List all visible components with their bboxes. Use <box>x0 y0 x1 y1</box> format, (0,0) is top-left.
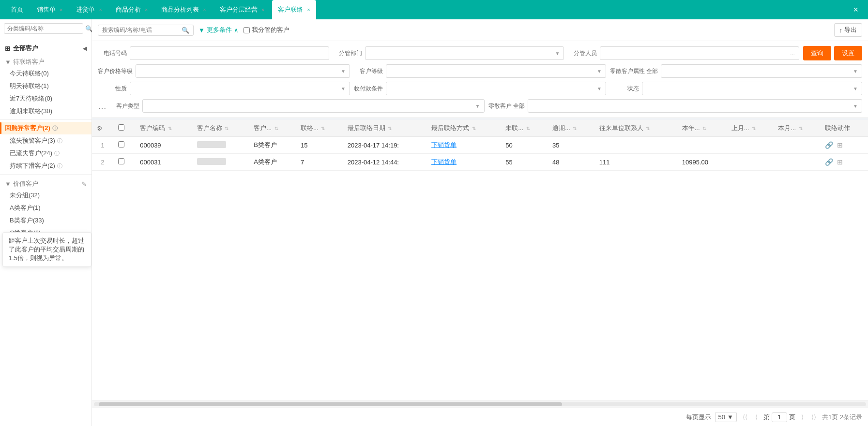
sidebar-item-overdue[interactable]: 逾期未联络(30) <box>0 105 91 118</box>
close-sales-icon[interactable]: × <box>60 0 62 19</box>
filter-buttons: 查询 设置 <box>803 46 862 60</box>
more-filter-btn[interactable]: … <box>98 102 107 110</box>
scroll-thumb[interactable] <box>99 402 562 406</box>
left-sidebar: 🔍 ⊞ 全部客户 ◀ ▼ 待联络客户 今天待联络(0) <box>0 19 92 426</box>
top-nav: 首页 销售单 × 进货单 × 商品分析 × 商品分析列表 × 客户分层经营 × … <box>0 0 868 19</box>
info-icon: ⓘ <box>52 125 58 132</box>
close-contact-icon[interactable]: × <box>307 0 310 19</box>
method-link-1[interactable]: 下销货单 <box>431 141 457 148</box>
sidebar-item-class-a[interactable]: A类客户(1) <box>0 202 91 214</box>
pagination: 每页显示 50 ▼ ⟨⟨ ⟨ 第 页 ⟩ ⟩⟩ 共1页 2条记录 <box>92 408 868 426</box>
prev-page-btn[interactable]: ⟨ <box>753 412 760 422</box>
filter-retail-customer: 零散客户 全部 ▼ <box>488 99 863 113</box>
retail-attr-select[interactable]: ▼ <box>661 64 862 78</box>
nav-purchase[interactable]: 进货单 × <box>70 0 107 19</box>
col-no-contact[interactable]: 未联... ⇅ <box>501 120 548 137</box>
nav-home[interactable]: 首页 <box>5 0 29 19</box>
nav-customer-contact[interactable]: 客户联络 × <box>272 0 316 19</box>
method-link-2[interactable]: 下销货单 <box>431 158 457 165</box>
sidebar-item-today[interactable]: 今天待联络(0) <box>0 67 91 80</box>
sidebar-item-lost[interactable]: 已流失客户(24) ⓘ <box>0 147 91 160</box>
main-search-input[interactable] <box>102 27 180 33</box>
col-this-month[interactable]: 本月... ⇅ <box>773 120 820 137</box>
first-page-btn[interactable]: ⟨⟨ <box>741 412 749 422</box>
action-icon-link-2[interactable]: 🔗 <box>825 158 833 166</box>
col-last-method[interactable]: 最后联络方式 ⇅ <box>426 120 501 137</box>
filter-row-2: 客户价格等级 ▼ 客户等级 ▼ 零散客户属性 全部 <box>98 64 862 78</box>
all-customers-header[interactable]: ⊞ 全部客户 ◀ <box>0 42 91 55</box>
customer-grade-select[interactable]: ▼ <box>386 64 606 78</box>
sidebar-item-lost-warning[interactable]: 流失预警客户(3) ⓘ <box>0 134 91 147</box>
col-overdue[interactable]: 逾期... ⇅ <box>548 120 594 137</box>
sidebar-search-area: 🔍 <box>0 19 91 38</box>
customer-type-label: 客户类型 <box>110 102 139 110</box>
nav-product-list[interactable]: 商品分析列表 × <box>155 0 212 19</box>
settings-icon[interactable]: ⚙ <box>97 125 103 132</box>
close-product-list-icon[interactable]: × <box>203 0 206 19</box>
nav-customer-segment[interactable]: 客户分层经营 × <box>214 0 270 19</box>
retail-customer-select[interactable]: ▼ <box>528 99 862 113</box>
customer-type-select[interactable]: ▼ <box>142 99 485 113</box>
sidebar-search-input[interactable] <box>4 23 83 34</box>
settings-button[interactable]: 设置 <box>834 46 862 60</box>
sidebar-item-declining[interactable]: 持续下滑客户(2) ⓘ <box>0 160 91 172</box>
nature-select[interactable]: ▼ <box>130 82 350 95</box>
horizontal-scrollbar[interactable] <box>92 400 868 408</box>
sidebar-item-tomorrow[interactable]: 明天待联络(1) <box>0 80 91 92</box>
col-contact-count[interactable]: 联络... ⇅ <box>296 120 343 137</box>
sidebar-item-ungrouped[interactable]: 未分组(32) <box>0 189 91 202</box>
collapse-icon[interactable]: ◀ <box>83 45 87 52</box>
action-icon-grid-1[interactable]: ⊞ <box>837 141 843 149</box>
my-customer-checkbox[interactable] <box>244 27 250 33</box>
window-close-btn[interactable]: × <box>848 5 863 15</box>
filter-nature: 性质 ▼ <box>98 82 350 95</box>
edit-icon[interactable]: ✎ <box>81 180 87 188</box>
sort-icon-no-contact: ⇅ <box>526 126 530 131</box>
action-icon-grid-2[interactable]: ⊞ <box>837 158 843 166</box>
next-page-btn[interactable]: ⟩ <box>799 412 806 422</box>
col-last-date[interactable]: 最后联络日期 ⇅ <box>343 120 426 137</box>
search-icon[interactable]: 🔍 <box>182 27 189 34</box>
sidebar-item-class-b[interactable]: B类客户(33) <box>0 214 91 227</box>
sidebar-item-7days[interactable]: 近7天待联络(0) <box>0 92 91 105</box>
close-purchase-icon[interactable]: × <box>99 0 102 19</box>
col-this-year[interactable]: 本年... ⇅ <box>677 120 727 137</box>
page-input[interactable] <box>772 412 787 422</box>
nav-product-analysis[interactable]: 商品分析 × <box>110 0 153 19</box>
more-conditions-btn[interactable]: ▼ 更多条件 ∧ <box>198 26 239 34</box>
my-customer-checkbox-wrap: 我分管的客户 <box>244 26 289 34</box>
sidebar-item-abnormal[interactable]: 回购异常客户(2) ⓘ <box>0 122 91 134</box>
col-code[interactable]: 客户编码 ⇅ <box>135 120 192 137</box>
col-last-month[interactable]: 上月... ⇅ <box>727 120 774 137</box>
nav-sales[interactable]: 销售单 × <box>31 0 68 19</box>
row-date-1: 2023-04-17 14:19: <box>343 137 426 154</box>
row-2-checkbox[interactable] <box>118 158 124 164</box>
close-segment-icon[interactable]: × <box>261 0 264 19</box>
payment-select[interactable]: ▼ <box>386 82 606 95</box>
last-page-btn[interactable]: ⟩⟩ <box>809 412 818 422</box>
col-name[interactable]: 客户名称 ⇅ <box>192 120 249 137</box>
row-1-checkbox[interactable] <box>118 141 124 147</box>
col-type[interactable]: 客户... ⇅ <box>249 120 296 137</box>
filter-row-3: 性质 ▼ 收付款条件 ▼ 状态 ▼ <box>98 82 862 95</box>
row-no-contact-1: 50 <box>501 137 548 154</box>
status-select[interactable]: ▼ <box>642 82 862 95</box>
retail-attr-label: 零散客户属性 全部 <box>610 67 658 75</box>
info-icon-4: ⓘ <box>57 162 62 170</box>
per-page-select[interactable]: 50 ▼ <box>715 412 737 422</box>
waiting-contact-header[interactable]: ▼ 待联络客户 <box>0 55 91 67</box>
query-button[interactable]: 查询 <box>803 46 831 60</box>
sort-icon-this-month: ⇅ <box>799 126 803 131</box>
sort-icon-method: ⇅ <box>472 126 476 131</box>
col-company-contact[interactable]: 往来单位联系人 ⇅ <box>594 120 677 137</box>
phone-input[interactable] <box>130 46 329 60</box>
action-icon-link-1[interactable]: 🔗 <box>825 141 833 149</box>
person-select[interactable]: … <box>600 46 799 60</box>
value-customer-header[interactable]: ▼ 价值客户 ✎ <box>0 176 91 189</box>
close-product-icon[interactable]: × <box>145 0 148 19</box>
dept-select[interactable]: ▼ <box>365 46 564 60</box>
price-grade-select[interactable]: ▼ <box>136 64 350 78</box>
filter-person: 分管人员 … <box>568 46 799 60</box>
select-all-checkbox[interactable] <box>118 124 124 131</box>
export-btn[interactable]: ↑ 导出 <box>834 23 863 37</box>
